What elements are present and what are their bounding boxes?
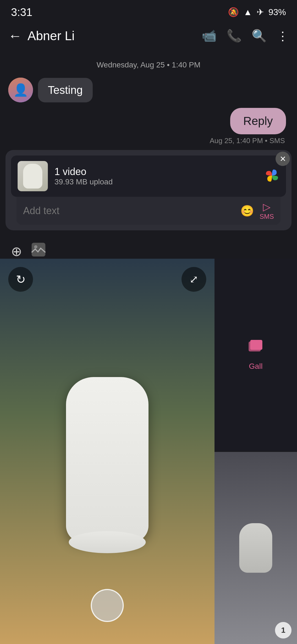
- video-call-icon[interactable]: 📹: [202, 29, 217, 43]
- svg-point-1: [34, 245, 37, 249]
- upload-info: 1 video 39.93 MB upload: [54, 166, 258, 186]
- camera-shutter-button[interactable]: [91, 589, 124, 622]
- received-bubble: Testing: [38, 78, 93, 102]
- camera-expand-button[interactable]: ⤢: [182, 267, 206, 292]
- gallery-thumbnail[interactable]: 1: [215, 452, 297, 644]
- sent-message-row: Reply: [8, 108, 289, 134]
- battery-indicator: 93%: [268, 7, 286, 17]
- message-input-area: 😊 ▷ SMS: [16, 197, 280, 225]
- upload-card-container: 1 video 39.93 MB upload ✕ 😊 ▷ SMS: [6, 150, 292, 230]
- chat-area: 👤 Testing Reply Aug 25, 1:40 PM • SMS: [0, 78, 297, 145]
- avatar: 👤: [8, 78, 33, 102]
- more-options-icon[interactable]: ⋮: [277, 29, 289, 43]
- upload-size: 39.93 MB upload: [54, 178, 258, 186]
- upload-title: 1 video: [54, 166, 258, 178]
- back-button[interactable]: ←: [8, 28, 22, 44]
- top-actions: 📹 📞 🔍 ⋮: [202, 29, 289, 43]
- gallery-count-badge: 1: [275, 622, 292, 638]
- svg-rect-0: [32, 243, 45, 256]
- status-bar: 3:31 🔕 ▲ ✈ 93%: [0, 0, 297, 22]
- gallery-label: Gall: [249, 362, 263, 371]
- close-upload-button[interactable]: ✕: [276, 152, 290, 166]
- status-icons: 🔕 ▲ ✈ 93%: [228, 7, 286, 17]
- send-icon: ▷: [263, 201, 271, 213]
- camera-subject: [66, 377, 148, 542]
- search-icon[interactable]: 🔍: [252, 29, 267, 43]
- gallery-button[interactable]: [30, 241, 47, 261]
- sent-bubble: Reply: [230, 108, 286, 134]
- camera-right-panel: Gall 1: [215, 259, 297, 644]
- emoji-button[interactable]: 😊: [240, 204, 254, 217]
- camera-subject-base: [69, 531, 146, 553]
- contact-name: Abner Li: [28, 28, 196, 43]
- camera-view: ↻ ⤢ Gall: [0, 259, 297, 644]
- gallery-panel[interactable]: Gall: [215, 259, 297, 451]
- sms-send-button[interactable]: ▷ SMS: [260, 201, 274, 220]
- top-bar: ← Abner Li 📹 📞 🔍 ⋮: [0, 22, 297, 50]
- wifi-icon: ▲: [243, 7, 252, 17]
- sent-message-time: Aug 25, 1:40 PM • SMS: [8, 137, 289, 145]
- sent-message-text: Reply: [243, 114, 273, 127]
- date-label: Wednesday, Aug 25 • 1:40 PM: [0, 50, 297, 78]
- airplane-icon: ✈: [257, 7, 264, 17]
- camera-main: ↻ ⤢ Gall: [0, 259, 297, 644]
- sms-label: SMS: [260, 213, 274, 220]
- add-attachment-button[interactable]: ⊕: [11, 244, 22, 259]
- camera-viewfinder: ↻ ⤢: [0, 259, 215, 644]
- google-photos-icon: [265, 168, 279, 184]
- upload-thumbnail: [18, 161, 48, 191]
- upload-card: 1 video 39.93 MB upload ✕: [11, 155, 286, 197]
- message-input[interactable]: [23, 205, 235, 217]
- gallery-large-icon: [248, 339, 264, 359]
- camera-rotate-button[interactable]: ↻: [8, 267, 33, 292]
- status-time: 3:31: [11, 6, 32, 18]
- svg-rect-3: [250, 340, 262, 350]
- mute-icon: 🔕: [228, 7, 239, 17]
- received-message-text: Testing: [48, 84, 83, 96]
- received-message-row: 👤 Testing: [8, 78, 289, 102]
- phone-call-icon[interactable]: 📞: [227, 29, 242, 43]
